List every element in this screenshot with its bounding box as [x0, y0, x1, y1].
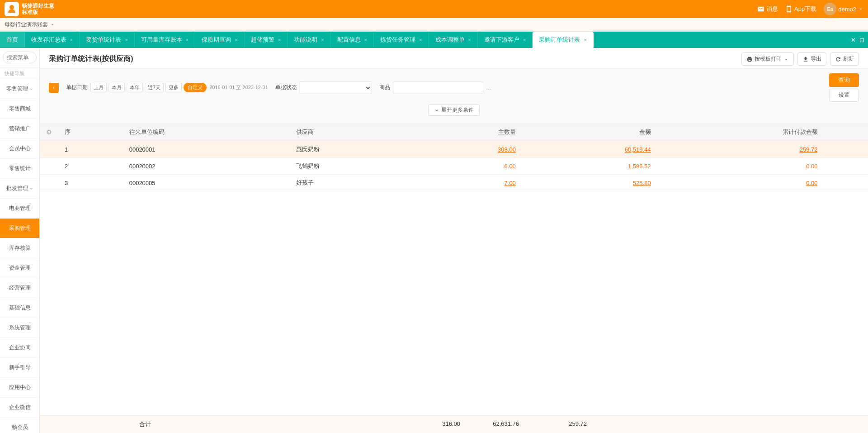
sidebar-item-label-app-center: 应用中心 [9, 384, 31, 391]
row-amount-2[interactable]: 1,586.52 [522, 158, 657, 175]
table-body: 1 00020001 惠氏奶粉 303.00 60,519.44 259.72 … [40, 141, 868, 191]
sidebar-item-purchase-manage[interactable]: 采购管理 [0, 219, 39, 238]
expand-more-btn[interactable]: 展开更多条件 [428, 105, 480, 116]
sidebar-item-ecommerce[interactable]: 电商管理 [0, 199, 39, 219]
row-amount-3[interactable]: 525.80 [522, 175, 657, 191]
gear-icon[interactable]: ⚙ [46, 128, 52, 136]
th-qty: 主数量 [415, 124, 522, 141]
sidebar-item-label-ecommerce: 电商管理 [9, 205, 31, 212]
tab-invite[interactable]: 邀请下游客户× [478, 32, 533, 48]
search-input[interactable] [3, 52, 37, 63]
date-this-year-btn[interactable]: 本年 [127, 83, 143, 92]
tab-label-home: 首页 [6, 36, 18, 44]
date-7days-btn[interactable]: 近7天 [145, 83, 164, 92]
filter-bar: 单据日期 上月 本月 本年 近7天 更多 自定义 2016-01-01 至 [40, 69, 868, 124]
tab-close-purchase-stat[interactable]: × [584, 37, 586, 43]
sidebar-item-inventory-check[interactable]: 库存核算 [0, 238, 39, 258]
sidebar-item-retail-manage[interactable]: 零售管理 [0, 79, 39, 99]
date-custom-btn[interactable]: 自定义 [184, 83, 207, 92]
sidebar-item-batch-manage[interactable]: 批发管理 [0, 179, 39, 199]
tab-close-validity[interactable]: × [235, 37, 237, 43]
sidebar-item-funds[interactable]: 资金管理 [0, 258, 39, 278]
tab-close-collection[interactable]: × [70, 37, 73, 43]
tab-close-picking[interactable]: × [419, 37, 422, 43]
th-gear: ⚙ [40, 124, 58, 141]
tab-label-invite: 邀请下游客户 [484, 36, 519, 44]
tab-close-requisition[interactable]: × [125, 37, 127, 43]
sidebar-item-operations[interactable]: 经营管理 [0, 278, 39, 298]
sidebar-item-enterprise[interactable]: 企业协同 [0, 338, 39, 358]
user-avatar[interactable]: Ea demo2 [824, 3, 863, 15]
tab-close-invite[interactable]: × [523, 37, 526, 43]
row-paid-3[interactable]: 0.00 [657, 175, 824, 191]
message-btn[interactable]: 消息 [757, 5, 778, 13]
status-select[interactable] [300, 81, 372, 94]
row-no-3: 3 [58, 175, 123, 191]
sidebar-item-basic-info[interactable]: 基础信息 [0, 298, 39, 318]
sidebar-item-label-inventory-check: 库存核算 [9, 244, 31, 252]
tab-picking[interactable]: 拣货任务管理× [374, 32, 429, 48]
tab-close-inventory[interactable]: × [186, 37, 189, 43]
app-download-btn[interactable]: App下载 [785, 5, 816, 13]
row-extra-2 [824, 158, 868, 175]
tab-close-overstock[interactable]: × [278, 37, 281, 43]
query-btn[interactable]: 查询 [829, 73, 859, 87]
sidebar-item-system[interactable]: 系统管理 [0, 318, 39, 338]
tab-requisition[interactable]: 要货单统计表× [80, 32, 134, 48]
tab-close-function[interactable]: × [321, 37, 324, 43]
row-code-3: 00020005 [123, 175, 290, 191]
tab-validity[interactable]: 保质期查询× [195, 32, 244, 48]
row-qty-2[interactable]: 6.00 [415, 158, 522, 175]
row-qty-1[interactable]: 303.00 [415, 141, 522, 158]
tab-cost[interactable]: 成本调整单× [429, 32, 478, 48]
maximize-btn[interactable]: ⊡ [859, 37, 864, 43]
status-filter-group: 单据状态 [275, 81, 372, 94]
sidebar-items-container: 零售管理零售商城营销推广会员中心零售统计批发管理电商管理采购管理库存核算资金管理… [0, 79, 39, 433]
filter-collapse-btn[interactable] [49, 83, 59, 93]
sidebar-item-wechat[interactable]: 企业微信 [0, 398, 39, 418]
row-paid-1[interactable]: 259.72 [657, 141, 824, 158]
tab-function[interactable]: 功能说明× [288, 32, 330, 48]
date-last-month-btn[interactable]: 上月 [90, 83, 107, 92]
row-gear-1 [40, 141, 58, 158]
row-qty-3[interactable]: 7.00 [415, 175, 522, 191]
sidebar-item-new-guide[interactable]: 新手引导 [0, 358, 39, 378]
tab-purchase-stat[interactable]: 采购订单统计表× [533, 32, 593, 48]
row-amount-1[interactable]: 60,519.44 [522, 141, 657, 158]
sidebar-item-marketing[interactable]: 营销推广 [0, 119, 39, 139]
sidebar-item-app-center[interactable]: 应用中心 [0, 378, 39, 398]
setting-btn[interactable]: 设置 [829, 89, 859, 102]
tab-overstock[interactable]: 超储预警× [245, 32, 288, 48]
row-gear-2 [40, 158, 58, 175]
footer-qty: 316.00 [408, 420, 467, 428]
sidebar: 快捷导航 零售管理零售商城营销推广会员中心零售统计批发管理电商管理采购管理库存核… [0, 48, 40, 433]
sidebar-item-member[interactable]: 会员中心 [0, 139, 39, 159]
tab-close-cost[interactable]: × [468, 37, 471, 43]
workspace-select[interactable]: 母婴行业演示账套 [5, 21, 55, 29]
row-supplier-3: 好孩子 [290, 175, 415, 191]
date-shortcuts: 上月 本月 本年 近7天 更多 自定义 [90, 83, 207, 92]
goods-more-btn[interactable]: … [486, 84, 492, 91]
export-btn[interactable]: 导出 [797, 52, 826, 66]
tab-close-config[interactable]: × [364, 37, 367, 43]
sidebar-item-retail-mall[interactable]: 零售商城 [0, 99, 39, 119]
goods-input[interactable] [393, 81, 483, 94]
tab-label-config: 配置信息 [337, 36, 361, 44]
template-print-btn[interactable]: 按模板打印 [741, 52, 794, 66]
date-this-month-btn[interactable]: 本月 [108, 83, 125, 92]
refresh-btn[interactable]: 刷新 [830, 52, 859, 66]
sidebar-item-vip[interactable]: 畅会员 [0, 418, 39, 433]
footer-paid: 259.72 [525, 420, 593, 428]
chevron-icon-batch-manage [29, 186, 33, 191]
tab-home[interactable]: 首页 [0, 32, 25, 48]
row-paid-2[interactable]: 0.00 [657, 158, 824, 175]
tab-collection[interactable]: 收发存汇总表× [25, 32, 80, 48]
row-code-2: 00020002 [123, 158, 290, 175]
close-tab-btn[interactable]: ✕ [851, 37, 856, 43]
main-layout: 快捷导航 零售管理零售商城营销推广会员中心零售统计批发管理电商管理采购管理库存核… [0, 48, 868, 433]
sidebar-item-retail-stat[interactable]: 零售统计 [0, 159, 39, 179]
tab-inventory[interactable]: 可用量库存账本× [135, 32, 195, 48]
date-more-btn[interactable]: 更多 [165, 83, 182, 92]
row-no-1: 1 [58, 141, 123, 158]
tab-config[interactable]: 配置信息× [331, 32, 374, 48]
